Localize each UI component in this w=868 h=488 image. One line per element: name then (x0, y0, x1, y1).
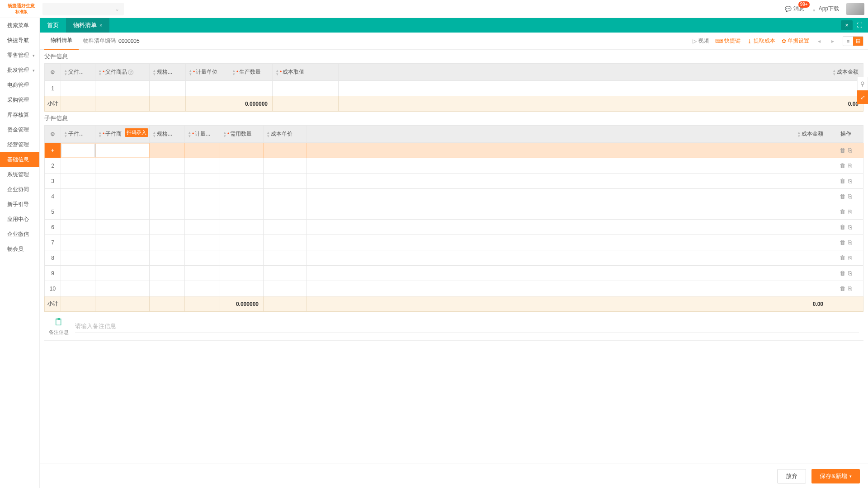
copy-icon[interactable]: ⎘ (848, 224, 852, 230)
expand-icon[interactable]: ⤢ (857, 90, 868, 104)
tab-home[interactable]: 首页 (40, 18, 66, 33)
table-row[interactable]: 1 (45, 81, 863, 96)
col-parent-spec[interactable]: ▴▾规格... (150, 64, 186, 81)
col-child-product[interactable]: ▴▾•子件商扫码录入 (95, 126, 150, 143)
delete-icon[interactable]: 🗑 (840, 270, 845, 277)
note-bar: 🗒 备注信息 (44, 312, 863, 341)
close-icon[interactable]: × (99, 23, 102, 28)
subtab-bom[interactable]: 物料清单 (44, 33, 79, 50)
tabs-close-all-icon[interactable]: × (841, 20, 853, 30)
copy-icon[interactable]: ⎘ (848, 178, 852, 184)
sidebar-item[interactable]: 搜索菜单 (0, 18, 39, 33)
col-parent-qty[interactable]: ▴▾•生产数量 (229, 64, 273, 81)
discard-button[interactable]: 放弃 (777, 469, 806, 483)
copy-icon[interactable]: ⎘ (848, 208, 852, 215)
action-video[interactable]: ▷视频 (693, 37, 709, 45)
col-child-code[interactable]: ▴▾子件... (61, 126, 95, 143)
delete-icon[interactable]: 🗑 (840, 162, 845, 169)
sidebar-item[interactable]: 库存核算 (0, 108, 39, 122)
sidebar-item[interactable]: 快捷导航 (0, 33, 39, 48)
child-product-input[interactable] (95, 144, 149, 157)
sidebar-item[interactable]: 基础信息 (0, 152, 39, 167)
sidebar-item[interactable]: 采购管理 (0, 93, 39, 108)
sidebar-item[interactable]: 应用中心 (0, 212, 39, 227)
table-row[interactable]: 8🗑⎘ (45, 250, 863, 266)
sidebar-item[interactable]: 经营管理 (0, 137, 39, 152)
sidebar-item[interactable]: 资金管理 (0, 122, 39, 137)
delete-icon[interactable]: 🗑 (840, 208, 845, 215)
gear-icon[interactable]: ⚙ (45, 126, 61, 143)
col-parent-amount[interactable]: ▴▾成本金额 (339, 64, 863, 81)
table-row[interactable]: 5🗑⎘ (45, 204, 863, 220)
parent-amt-subtotal: 0.00 (339, 96, 863, 112)
sub-tab-bar: 物料清单 物料清单编码 0000005 ▷视频 ⌨快捷键 ⭳提取成本 ✿单据设置… (40, 33, 868, 50)
table-row[interactable]: 10🗑⎘ (45, 281, 863, 296)
gear-icon[interactable]: ⚙ (45, 64, 61, 81)
fullscreen-icon[interactable]: ⛶ (854, 20, 865, 30)
chevron-down-icon: ▾ (33, 68, 35, 73)
table-row[interactable]: 4🗑⎘ (45, 189, 863, 204)
prev-icon[interactable]: ◂ (816, 38, 823, 44)
action-extract-cost[interactable]: ⭳提取成本 (747, 37, 775, 45)
delete-icon[interactable]: 🗑 (840, 224, 845, 230)
avatar[interactable] (846, 3, 864, 15)
child-section-title: 子件信息 (44, 112, 863, 125)
col-child-amount[interactable]: ▴▾成本金额 (307, 126, 828, 143)
child-code-input[interactable] (61, 144, 95, 157)
col-parent-unit[interactable]: ▴▾•计量单位 (186, 64, 229, 81)
col-parent-code[interactable]: ▴▾父件... (61, 64, 95, 81)
help-icon[interactable]: ? (128, 70, 133, 75)
delete-icon[interactable]: 🗑 (840, 147, 845, 154)
next-icon[interactable]: ▸ (829, 38, 836, 44)
copy-icon[interactable]: ⎘ (848, 270, 852, 277)
copy-icon[interactable]: ⎘ (848, 162, 852, 169)
col-child-price[interactable]: ▴▾成本单价 (264, 126, 307, 143)
sidebar-item[interactable]: 批发管理▾ (0, 63, 39, 78)
delete-icon[interactable]: 🗑 (840, 239, 845, 246)
messages-badge: 99+ (798, 1, 810, 8)
app-download-button[interactable]: ⭳ App下载 (811, 5, 839, 13)
table-row[interactable]: +🗑⎘ (45, 143, 863, 158)
save-and-new-button[interactable]: 保存&新增▾ (811, 469, 860, 483)
add-row-icon[interactable]: + (49, 146, 57, 155)
code-value: 0000005 (118, 38, 140, 44)
view-form-icon[interactable]: ▤ (853, 37, 863, 46)
scan-input-button[interactable]: 扫码录入 (125, 128, 148, 137)
sidebar-item[interactable]: 系统管理 (0, 167, 39, 182)
col-parent-costsrc[interactable]: ▴▾•成本取值 (273, 64, 339, 81)
delete-icon[interactable]: 🗑 (840, 254, 845, 261)
view-list-icon[interactable]: ≡ (843, 37, 853, 46)
delete-icon[interactable]: 🗑 (840, 285, 845, 292)
copy-icon[interactable]: ⎘ (848, 239, 852, 246)
copy-icon[interactable]: ⎘ (848, 254, 852, 261)
action-doc-setting[interactable]: ✿单据设置 (782, 37, 809, 45)
col-child-spec[interactable]: ▴▾规格... (150, 126, 185, 143)
table-row[interactable]: 3🗑⎘ (45, 174, 863, 189)
table-row[interactable]: 6🗑⎘ (45, 220, 863, 235)
col-parent-product[interactable]: ▴▾•父件商品? (95, 64, 150, 81)
delete-icon[interactable]: 🗑 (840, 193, 845, 200)
copy-icon[interactable]: ⎘ (848, 193, 852, 200)
action-shortcut[interactable]: ⌨快捷键 (715, 37, 741, 45)
col-child-unit[interactable]: ▴▾•计量... (185, 126, 220, 143)
sidebar-item[interactable]: 零售管理▾ (0, 48, 39, 63)
table-row[interactable]: 9🗑⎘ (45, 266, 863, 281)
sidebar-item[interactable]: 新手引导 (0, 197, 39, 212)
sidebar-item[interactable]: 电商管理 (0, 78, 39, 93)
copy-icon[interactable]: ⎘ (848, 147, 852, 154)
messages-button[interactable]: 💬 消息 99+ (785, 5, 804, 13)
sidebar-item[interactable]: 企业微信 (0, 227, 39, 242)
main: 首页 物料清单 × × ⛶ 物料清单 物料清单编码 0000005 ▷视频 ⌨快… (40, 18, 868, 488)
table-row[interactable]: 2🗑⎘ (45, 158, 863, 174)
tenant-selector[interactable]: ⌄ (42, 3, 124, 15)
view-toggle: ≡ ▤ (843, 36, 863, 46)
delete-icon[interactable]: 🗑 (840, 178, 845, 184)
table-row[interactable]: 7🗑⎘ (45, 235, 863, 250)
copy-icon[interactable]: ⎘ (848, 285, 852, 292)
note-input[interactable] (75, 320, 859, 333)
sidebar-item[interactable]: 畅会员 (0, 242, 39, 257)
attach-icon[interactable]: ⚲ (857, 77, 868, 90)
tab-bom[interactable]: 物料清单 × (66, 18, 109, 33)
sidebar-item[interactable]: 企业协同 (0, 182, 39, 197)
col-child-qty[interactable]: ▴▾•需用数量 (220, 126, 264, 143)
